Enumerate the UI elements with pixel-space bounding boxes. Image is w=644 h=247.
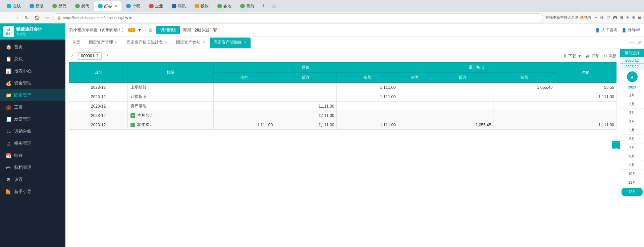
print-button[interactable]: 🖨 打印 — [586, 53, 599, 59]
sidebar-brand-info: 畅捷通好会计 专业版 — [16, 26, 42, 37]
period-month-12[interactable]: 12月 — [622, 188, 643, 196]
sidebar-item-guide[interactable]: 🙋 新手引导 — [0, 186, 65, 198]
period-label: 账期 — [183, 27, 191, 33]
close-active-tab[interactable]: ✕ — [115, 4, 117, 8]
sidebar-item-purchase-sales[interactable]: 🗂 进销台账 — [0, 125, 65, 137]
period-month-11[interactable]: 11月 — [620, 178, 644, 187]
new-tab-button[interactable]: + — [259, 1, 268, 11]
browser-tab-new[interactable]: 新版 — [25, 1, 48, 11]
row3-net-value — [555, 102, 616, 111]
back-button[interactable]: ← — [3, 14, 11, 22]
col-orig-debit: 借方 — [213, 73, 275, 83]
menu-btn[interactable]: ☰ — [638, 15, 641, 20]
browser-tab-yidai2[interactable]: 易代 — [71, 1, 93, 11]
sidebar-item-general-ledger[interactable]: 📋 总账 — [0, 53, 65, 65]
feedback-button[interactable]: 反馈 — [612, 141, 620, 149]
address-bar[interactable]: 🔒 https://cloud.chanjet.com/accounting/u… — [53, 13, 543, 22]
period-month-10[interactable]: 10月 — [620, 170, 644, 178]
period-month-9[interactable]: 9月 — [620, 161, 644, 170]
sidebar-item-tax[interactable]: 🖨 税务管理 — [0, 137, 65, 149]
next-page-button[interactable]: › — [104, 53, 111, 59]
period-scroll-up-button[interactable]: ▲ — [627, 71, 638, 82]
maximize-tab-icon[interactable]: ⤢ — [637, 40, 641, 46]
settings-account-icon[interactable]: ⚙ — [149, 27, 153, 33]
period-calendar-icon[interactable]: 📅 — [213, 28, 218, 33]
row5-dep-debit — [398, 120, 432, 130]
refresh-button[interactable]: ↻ 刷新 — [603, 53, 616, 59]
bookmark-button[interactable]: ☆ — [43, 14, 51, 22]
browser-tab-enterprise[interactable]: 企业 — [145, 1, 167, 11]
browser-tab-online[interactable]: 在线 — [3, 1, 25, 11]
period-month-2[interactable]: 2月 — [620, 100, 644, 109]
browser-tab-muqian[interactable]: 目前 — [236, 1, 258, 11]
prev-page-button[interactable]: ‹ — [69, 53, 75, 59]
browser-tab-tax[interactable]: 个税 — [122, 1, 144, 11]
browser-tab-active[interactable]: 好会 ✕ — [94, 1, 121, 11]
period-month-6[interactable]: 6月 — [620, 135, 644, 143]
period-month-1[interactable]: 1月 — [620, 91, 644, 100]
tab-depreciation-stats[interactable]: 固定资产折旧统计表 ✕ — [122, 38, 171, 48]
search-news-btn[interactable]: 央视更新主持人名单 🔥热搜 — [545, 15, 592, 20]
browser-chrome: 在线 新版 易代 易代 好会 ✕ 个税 企业 腾讯 — [0, 0, 644, 23]
close-tab-1[interactable]: ✕ — [115, 41, 118, 44]
tab-asset-category[interactable]: 固定资产类别 ✕ — [172, 38, 209, 48]
period-selected-end[interactable]: 2023.12 — [620, 64, 644, 70]
dropdown-icon[interactable]: ▼ — [138, 28, 142, 33]
row2-net-value: 1,111.00 — [555, 92, 616, 102]
col-accumulated-dep: 累计折旧 — [398, 63, 555, 73]
grid-btn[interactable]: ⊞ — [620, 15, 623, 20]
download-chevron[interactable]: ▼ — [578, 54, 582, 58]
cut-icon-btn[interactable]: ✂ — [594, 15, 597, 20]
human-service-button[interactable]: 👤 人工咨询 — [595, 27, 618, 33]
row2-orig-balance: 1,111.00 — [336, 92, 398, 102]
main-content: 刘小艳演示账套（勿删勿动！） 11 ▼ + ⚙ 切到旧版 账期 2023-12 … — [65, 23, 644, 247]
sidebar-item-home[interactable]: 🏠 首页 — [0, 41, 65, 53]
close-tab-2[interactable]: ✕ — [165, 41, 167, 44]
browser-tab-tencent[interactable]: 腾讯 — [168, 1, 190, 11]
period-month-4[interactable]: 4月 — [620, 117, 644, 126]
period-month-3[interactable]: 3月 — [620, 109, 644, 117]
close-tab-4[interactable]: ✕ — [244, 41, 247, 44]
tab-asset-detail-ledger[interactable]: 固定资产明细账 ✕ — [210, 38, 251, 48]
close-tab-3[interactable]: ✕ — [202, 41, 205, 44]
download-button[interactable]: ⬇ 下载 ▼ — [563, 53, 582, 59]
page-number-input[interactable] — [78, 52, 102, 60]
period-month-8[interactable]: 8月 — [620, 152, 644, 161]
sidebar-item-payroll[interactable]: 💼 工资 — [0, 101, 65, 113]
sidebar: 好会计 畅捷通好会计 专业版 🏠 首页 📋 总账 📊 报表中心 💰 资金 — [0, 23, 65, 247]
browser-tab-yidai1[interactable]: 易代 — [48, 1, 70, 11]
action-row: ⬇ 下载 ▼ 🖨 打印 ↻ 刷新 — [563, 53, 616, 59]
sidebar-item-fixed-assets[interactable]: 📁 固定资产 — [0, 89, 65, 101]
row4-net-value — [555, 111, 616, 120]
switch-version-button[interactable]: 切到旧版 — [156, 26, 180, 34]
sidebar-item-invoice[interactable]: 🧾 发票管理 — [0, 113, 65, 125]
sidebar-item-settings[interactable]: ⚙ 设置 — [0, 174, 65, 186]
shield-btn[interactable]: 🛡 — [606, 16, 610, 20]
minimize-tab-icon[interactable]: — — [629, 40, 634, 46]
home-browser-button[interactable]: 🏠 — [33, 14, 41, 22]
period-selected-start[interactable]: 2023.12 — [620, 57, 644, 64]
user-profile-button[interactable]: 👤 徐译华 — [622, 27, 640, 33]
add-account-icon[interactable]: + — [144, 27, 147, 33]
table-row: 2023-12 计提折旧 1,111.00 1,111.00 — [69, 92, 616, 102]
translate-btn[interactable]: 译 — [600, 15, 604, 20]
brightness-btn[interactable]: ☀ — [626, 15, 629, 20]
sidebar-item-funds[interactable]: 💰 资金管理 — [0, 77, 65, 89]
period-month-5[interactable]: 5月 — [620, 126, 644, 135]
row4-orig-credit: 1,111.00 — [275, 111, 336, 120]
browser-tab-gedi[interactable]: 各地 — [213, 1, 235, 11]
page-tabs: 首页 固定资产管理 ✕ 固定资产折旧统计表 ✕ 固定资产类别 ✕ 固定资产明细账… — [65, 37, 644, 49]
refresh-browser-button[interactable]: ↻ — [23, 14, 31, 22]
settings-btn[interactable]: ⚙ — [632, 15, 635, 20]
row4-summary: + 本月合计 — [128, 111, 214, 120]
sidebar-item-archive[interactable]: 🗃 归档管理 — [0, 162, 65, 174]
forward-button[interactable]: → — [13, 14, 21, 22]
account-selector[interactable]: 刘小艳演示账套（勿删勿动！） 11 ▼ + ⚙ — [69, 27, 153, 33]
browser-tab-chang[interactable]: 畅购 — [191, 1, 213, 11]
sidebar-item-reports[interactable]: 📊 报表中心 — [0, 65, 65, 77]
tab-home[interactable]: 首页 — [68, 38, 84, 48]
game-btn[interactable]: 🎮 — [613, 15, 618, 20]
tab-fixed-assets-mgmt[interactable]: 固定资产管理 ✕ — [85, 38, 122, 48]
period-month-7[interactable]: 7月 — [620, 143, 644, 152]
sidebar-item-close-period[interactable]: 📅 结账 — [0, 149, 65, 162]
